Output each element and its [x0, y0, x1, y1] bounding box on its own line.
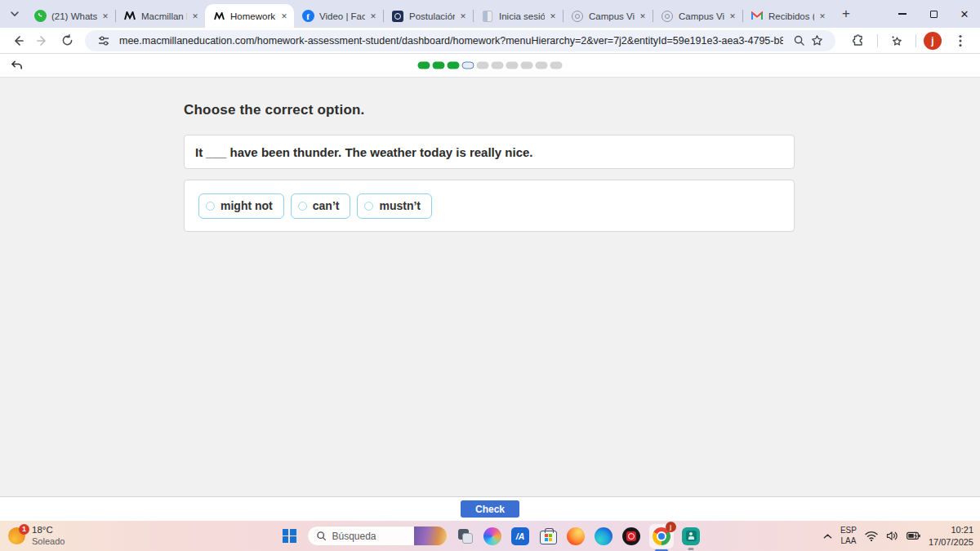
task-view-button[interactable]	[455, 526, 475, 546]
tab-close-icon[interactable]: ✕	[817, 11, 828, 22]
tab-campus-virtual-1[interactable]: Campus Virtu ✕	[564, 4, 653, 28]
wifi-button[interactable]	[865, 531, 878, 541]
new-tab-button[interactable]: +	[835, 3, 857, 24]
check-button[interactable]: Check	[461, 500, 519, 518]
window-controls: ✕	[887, 0, 980, 28]
tab-close-icon[interactable]: ✕	[278, 11, 290, 22]
blue-a-app-icon: /A	[511, 527, 529, 545]
postulacion-icon	[391, 10, 404, 23]
chrome-button-active[interactable]: j	[649, 524, 674, 549]
tab-inicia-sesion[interactable]: Inicia sesión ✕	[474, 4, 563, 28]
tab-gmail-recibidos[interactable]: Recibidos (4. ✕	[743, 4, 832, 28]
tab-title: (21) WhatsAp	[51, 11, 97, 21]
option-might-not[interactable]: might not	[198, 193, 284, 219]
windows-taskbar: 1 18°C Soleado Búsqueda /A	[0, 521, 980, 551]
tab-close-icon[interactable]: ✕	[368, 11, 379, 22]
option-label: can’t	[313, 199, 340, 212]
back-button[interactable]	[7, 29, 29, 52]
desktop-screen: (21) WhatsAp ✕ Macmillan Ed ✕ Homework ✕…	[0, 0, 980, 551]
check-footer: Check	[0, 496, 980, 521]
tab-whatsapp[interactable]: (21) WhatsAp ✕	[26, 4, 115, 28]
tab-campus-virtual-2[interactable]: Campus Virtu ✕	[653, 4, 742, 28]
tab-title: Campus Virtu	[679, 11, 724, 21]
site-settings-tune-icon[interactable]	[95, 35, 113, 47]
tab-title: Video | Faceb	[319, 11, 365, 21]
chevron-up-icon	[823, 533, 832, 540]
tab-close-icon[interactable]: ✕	[189, 11, 201, 22]
blue-a-app-button[interactable]: /A	[510, 526, 531, 546]
browser-toolbar: mee.macmillaneducation.com/homework-asse…	[0, 28, 980, 54]
forward-button[interactable]	[31, 29, 54, 52]
homework-page: Choose the correct option. It ___ have b…	[0, 54, 980, 521]
firefox-button[interactable]	[566, 526, 586, 546]
bookmark-star-icon[interactable]	[808, 34, 826, 47]
wifi-icon	[865, 531, 878, 541]
taskbar-center: Búsqueda /A j	[279, 524, 702, 549]
microsoft-store-button[interactable]	[538, 526, 559, 546]
tab-facebook-video[interactable]: f Video | Faceb ✕	[294, 4, 383, 28]
tray-expand-button[interactable]	[823, 533, 832, 540]
tab-close-icon[interactable]: ✕	[637, 11, 648, 22]
gmail-icon	[751, 10, 764, 23]
tab-macmillan[interactable]: Macmillan Ed ✕	[116, 4, 205, 28]
toolbar-right-actions: j	[842, 29, 973, 52]
weather-text: 18°C Soleado	[32, 525, 65, 547]
maximize-button[interactable]	[918, 0, 949, 28]
browser-window: (21) WhatsAp ✕ Macmillan Ed ✕ Homework ✕…	[0, 0, 980, 521]
option-label: might not	[220, 199, 273, 212]
tab-search-button[interactable]	[3, 2, 26, 25]
extensions-button[interactable]	[847, 29, 870, 52]
option-cant[interactable]: can’t	[291, 193, 351, 219]
radio-circle-icon	[364, 202, 373, 211]
progress-pill-todo	[550, 62, 563, 69]
weather-widget[interactable]: 1 18°C Soleado	[8, 525, 65, 547]
edge-button[interactable]	[594, 526, 614, 546]
media-app-button[interactable]	[621, 526, 642, 546]
option-mustnt[interactable]: mustn’t	[357, 193, 432, 219]
progress-pill-done	[448, 62, 460, 69]
tab-title: Recibidos (4.	[768, 11, 814, 21]
minimize-button[interactable]	[887, 0, 918, 28]
tab-close-icon[interactable]: ✕	[457, 11, 469, 22]
macmillan-icon	[212, 10, 225, 23]
windows-logo-icon	[283, 529, 296, 543]
profile-avatar[interactable]: j	[924, 32, 942, 50]
copilot-button[interactable]	[483, 526, 503, 546]
kebab-menu-icon	[959, 34, 962, 47]
teal-person-app-icon	[682, 527, 700, 545]
microsoft-store-icon	[540, 531, 557, 544]
minimize-icon	[898, 13, 906, 14]
tab-close-icon[interactable]: ✕	[100, 11, 111, 22]
zoom-magnifier-icon[interactable]	[790, 34, 808, 47]
tray-time: 10:21	[929, 524, 973, 535]
tab-close-icon[interactable]: ✕	[547, 11, 559, 22]
progress-pills	[418, 62, 563, 69]
browser-menu-button[interactable]	[949, 29, 972, 52]
forward-arrow-icon	[36, 34, 49, 47]
tray-date: 17/07/2025	[929, 536, 973, 548]
close-button[interactable]: ✕	[949, 0, 980, 28]
tab-postulacion[interactable]: Postulación e ✕	[384, 4, 473, 28]
exit-exercise-button[interactable]	[7, 56, 25, 74]
tab-homework-active[interactable]: Homework ✕	[205, 4, 294, 28]
language-top: ESP	[840, 526, 857, 536]
battery-button[interactable]	[906, 531, 920, 540]
question-card: It ___ have been thunder. The weather to…	[184, 135, 795, 169]
clock-widget[interactable]: 10:21 17/07/2025	[929, 524, 973, 548]
tab-close-icon[interactable]: ✕	[727, 11, 738, 22]
url-text[interactable]: mee.macmillaneducation.com/homework-asse…	[119, 35, 783, 47]
language-indicator[interactable]: ESP LAA	[840, 526, 857, 546]
address-bar[interactable]: mee.macmillaneducation.com/homework-asse…	[85, 30, 835, 51]
teal-person-app-button[interactable]	[681, 526, 702, 546]
side-panel-bookmarks-button[interactable]	[885, 29, 908, 52]
tab-strip: (21) WhatsAp ✕ Macmillan Ed ✕ Homework ✕…	[0, 0, 980, 28]
search-highlight-image	[414, 526, 447, 546]
volume-button[interactable]	[886, 531, 898, 541]
whatsapp-icon	[33, 10, 47, 23]
taskbar-search[interactable]: Búsqueda	[307, 526, 448, 546]
question-text: It ___ have been thunder. The weather to…	[195, 145, 532, 159]
university-crest-icon	[571, 10, 584, 23]
reload-button[interactable]	[56, 29, 78, 52]
start-button[interactable]	[279, 526, 300, 546]
facebook-icon: f	[301, 10, 314, 23]
